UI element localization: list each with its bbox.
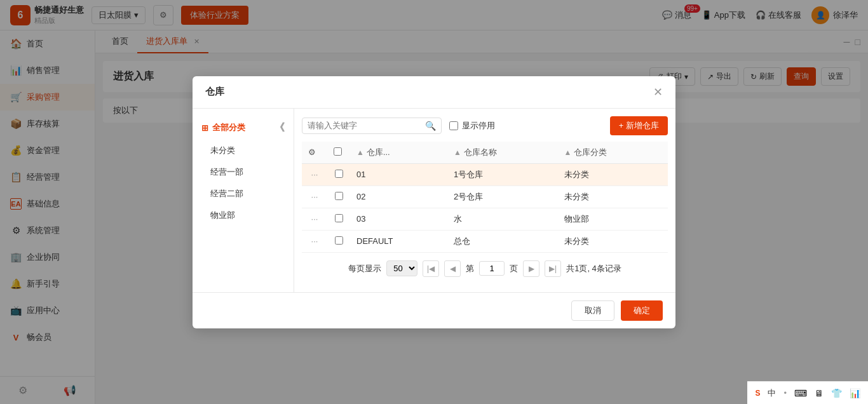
chart-icon[interactable]: 📊 [850, 388, 860, 398]
category-item-dept2[interactable]: 经营二部 [193, 183, 294, 205]
row-check [327, 185, 350, 208]
confirm-button[interactable]: 确定 [621, 300, 663, 321]
page-prev-button[interactable]: ◀ [444, 260, 461, 277]
page-number-input[interactable] [479, 261, 505, 276]
table-toolbar: 🔍 显示停用 + 新增仓库 [302, 116, 668, 135]
table-body: ··· 01 1号仓库 未分类 ··· 02 2号仓库 未分类 ··· 03 水… [302, 163, 668, 252]
row-menu-icon: ··· [311, 170, 318, 179]
row-checkbox[interactable] [335, 170, 343, 178]
monitor-icon[interactable]: 🖥 [815, 388, 824, 398]
modal-header: 仓库 ✕ [193, 76, 675, 109]
row-name: 水 [447, 208, 557, 230]
modal-footer: 取消 确定 [193, 292, 675, 328]
row-gear: ··· [302, 230, 327, 252]
th-settings: ⚙ [302, 142, 327, 164]
keyboard-icon[interactable]: ⌨ [794, 388, 807, 398]
bottom-bar: S 中 • ⌨ 🖥 👕 📊 [747, 381, 868, 404]
row-menu-icon: ··· [311, 192, 318, 201]
table-row: ··· 03 水 物业部 [302, 208, 668, 230]
row-gear: ··· [302, 185, 327, 208]
row-category: 物业部 [558, 208, 668, 230]
th-check [327, 142, 350, 164]
search-box: 🔍 [302, 118, 442, 134]
page-size-select[interactable]: 50 [386, 260, 417, 276]
warehouse-table: ⚙ ▲仓库... ▲仓库名称 ▲仓库分类 ··· 01 1号仓库 未分类 ·· [302, 142, 668, 253]
row-check [327, 208, 350, 230]
row-name: 1号仓库 [447, 163, 557, 185]
row-name: 2号仓库 [447, 185, 557, 208]
brand-logo-bottom: S [755, 389, 760, 398]
modal-close-button[interactable]: ✕ [653, 85, 663, 99]
row-code: 02 [350, 185, 447, 208]
row-checkbox[interactable] [335, 236, 343, 245]
modal-body: ⊞ 全部分类 《 未分类 经营一部 经营二部 物业部 🔍 [193, 109, 675, 292]
search-input[interactable] [308, 121, 421, 130]
row-menu-icon: ··· [311, 214, 318, 224]
shirt-icon[interactable]: 👕 [831, 388, 842, 398]
row-check [327, 163, 350, 185]
select-all-checkbox[interactable] [334, 147, 342, 156]
row-checkbox[interactable] [335, 192, 343, 200]
row-code: 03 [350, 208, 447, 230]
category-all-header[interactable]: ⊞ 全部分类 《 [193, 116, 294, 140]
page-first-button[interactable]: |◀ [423, 260, 439, 277]
total-info: 共1页, 4条记录 [566, 263, 621, 274]
modal-title: 仓库 [205, 86, 224, 98]
table-header: ⚙ ▲仓库... ▲仓库名称 ▲仓库分类 [302, 142, 668, 164]
table-row: ··· 02 2号仓库 未分类 [302, 185, 668, 208]
category-item-dept1[interactable]: 经营一部 [193, 161, 294, 183]
pagination: 每页显示 50 |◀ ◀ 第 页 ▶ ▶| 共1页, 4条记录 [302, 253, 668, 285]
row-checkbox[interactable] [335, 214, 343, 222]
row-category: 未分类 [558, 230, 668, 252]
row-menu-icon: ··· [311, 236, 318, 246]
th-category: ▲仓库分类 [558, 142, 668, 164]
row-category: 未分类 [558, 185, 668, 208]
table-row: ··· 01 1号仓库 未分类 [302, 163, 668, 185]
grid-icon: ⊞ [201, 123, 208, 133]
toolbar-left: 🔍 显示停用 [302, 118, 495, 134]
page-last-button[interactable]: ▶| [545, 260, 561, 277]
show-disabled-checkbox[interactable] [449, 121, 458, 130]
gear-icon: ⚙ [308, 147, 316, 157]
table-panel: 🔍 显示停用 + 新增仓库 ⚙ [294, 109, 675, 292]
search-icon[interactable]: 🔍 [425, 121, 436, 131]
add-warehouse-button[interactable]: + 新增仓库 [610, 116, 668, 135]
warehouse-modal: 仓库 ✕ ⊞ 全部分类 《 未分类 经营一部 经营二部 物业部 [193, 76, 675, 328]
row-name: 总仓 [447, 230, 557, 252]
th-name: ▲仓库名称 [447, 142, 557, 164]
page-next-button[interactable]: ▶ [523, 260, 539, 277]
row-category: 未分类 [558, 163, 668, 185]
row-code: 01 [350, 163, 447, 185]
table-container: ⚙ ▲仓库... ▲仓库名称 ▲仓库分类 ··· 01 1号仓库 未分类 ·· [302, 142, 668, 253]
show-disabled-area: 显示停用 [449, 120, 495, 131]
category-item-property[interactable]: 物业部 [193, 205, 294, 226]
row-code: DEFAULT [350, 230, 447, 252]
cancel-button[interactable]: 取消 [571, 300, 614, 321]
th-code: ▲仓库... [350, 142, 447, 164]
row-gear: ··· [302, 163, 327, 185]
table-header-row: ⚙ ▲仓库... ▲仓库名称 ▲仓库分类 [302, 142, 668, 164]
category-panel: ⊞ 全部分类 《 未分类 经营一部 经营二部 物业部 [193, 109, 294, 292]
collapse-icon[interactable]: 《 [275, 121, 285, 135]
chinese-icon: 中 [768, 387, 776, 399]
category-item-unclassified[interactable]: 未分类 [193, 140, 294, 161]
row-gear: ··· [302, 208, 327, 230]
row-check [327, 230, 350, 252]
dot-icon: • [783, 388, 787, 398]
table-row: ··· DEFAULT 总仓 未分类 [302, 230, 668, 252]
modal-overlay[interactable]: 仓库 ✕ ⊞ 全部分类 《 未分类 经营一部 经营二部 物业部 [0, 0, 868, 404]
